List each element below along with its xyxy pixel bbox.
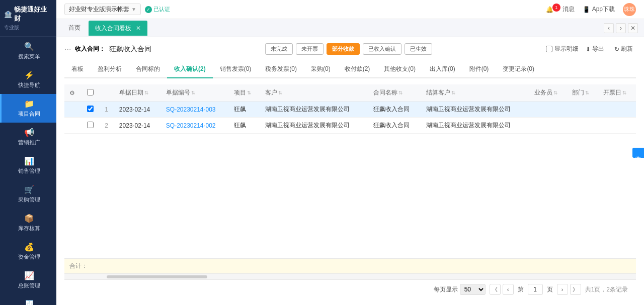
refresh-btn[interactable]: ↻ 刷新 [611,44,636,54]
sub-tab-盈利分析[interactable]: 盈利分析 [91,61,129,78]
pagination: 每页显示 50 10 20 100 《 ‹ 第 页 › 》 共1页，2条记录 [64,279,636,299]
first-page-btn[interactable]: 《 [490,284,501,295]
nav-close-btn[interactable]: ✕ [628,23,638,33]
cell-checkbox-0[interactable] [82,101,99,118]
sidebar-item-发票管理[interactable]: 🧾 发票管理 [0,294,56,305]
sub-tab-合同标的[interactable]: 合同标的 [129,61,167,78]
notification-btn[interactable]: 🔔 1 消息 [546,5,575,14]
user-avatar-area[interactable]: 珠珠 [623,3,636,16]
sidebar-item-资金管理[interactable]: 💰 资金管理 [0,237,56,266]
contract-header: ··· 收入合同： 狂飙收入合同 未完成 未开票 部分收款 已收入确认 已生效 … [64,43,636,55]
phone-icon: 📱 [583,6,590,13]
cell-salesperson-0 [529,101,567,118]
logo-icon: 🏦 [4,11,12,18]
sort-salesperson-icon[interactable]: ⇅ [553,90,557,95]
sidebar-item-总账管理[interactable]: 📈 总账管理 [0,266,56,294]
sub-tab-出入库[interactable]: 出入库(0) [423,61,462,78]
page-size-control: 每页显示 50 10 20 100 [434,284,486,295]
sort-department-icon[interactable]: ⇅ [585,90,589,95]
status-btn-no-invoice[interactable]: 未开票 [296,43,324,55]
contract-title-value: 狂飙收入合同 [109,45,151,54]
th-contract-name[interactable]: 合同名称⇅ [368,84,421,101]
th-department[interactable]: 部门⇅ [567,84,598,101]
show-detail-checkbox[interactable] [546,46,552,52]
nav-prev-btn[interactable]: ‹ [604,23,614,33]
th-customer[interactable]: 客户⇅ [260,84,368,101]
sidebar-item-销售管理[interactable]: 📊 销售管理 [0,151,56,180]
row-checkbox-0[interactable] [87,106,94,112]
table-container[interactable]: ⚙ 单据日期⇅ 单据编号⇅ 项目⇅ 客户⇅ 合同名称⇅ 结算客户⇅ 业务员⇅ 部… [64,84,636,258]
status-btn-effective[interactable]: 已生效 [405,43,432,55]
th-number[interactable]: 单据编号⇅ [161,84,229,101]
th-end-customer[interactable]: 结算客户⇅ [421,84,529,101]
link-number-0[interactable]: SQ-20230214-003 [166,106,216,113]
scrollbar-thumb[interactable] [107,275,207,278]
sub-tab-变更记录[interactable]: 变更记录(0) [496,61,541,78]
next-page-btn[interactable]: › [557,284,568,295]
export-label: 导出 [592,45,604,53]
cell-contract-name-1: 狂飙收入合同 [368,118,421,134]
prev-page-btn[interactable]: ‹ [503,284,514,295]
company-selector[interactable]: 好业财专业版演示帐套 ▼ [64,4,141,15]
status-btn-incomplete[interactable]: 未完成 [265,43,293,55]
nav-label-8: 总账管理 [18,282,40,289]
sort-customer-icon[interactable]: ⇅ [278,90,282,95]
topbar-right: 🔔 1 消息 📱 App下载 珠珠 [546,3,636,16]
th-salesperson[interactable]: 业务员⇅ [529,84,567,101]
cell-checkbox-1[interactable] [82,118,99,134]
status-btn-partial[interactable]: 部分收款 [327,43,360,55]
nav-icon-5: 🛒 [24,185,34,194]
tab-contract-board[interactable]: 收入合同看板 ✕ [89,21,147,36]
link-number-1[interactable]: SQ-20230214-002 [166,122,216,129]
sidebar-item-库存核算[interactable]: 📦 库存核算 [0,209,56,237]
sort-contract-icon[interactable]: ⇅ [398,90,403,95]
sort-number-icon[interactable]: ⇅ [191,90,195,95]
sidebar-item-营销推广[interactable]: 📢 营销推广 [0,123,56,151]
sidebar-item-采购管理[interactable]: 🛒 采购管理 [0,180,56,209]
cell-salesperson-1 [529,118,567,134]
page-input[interactable] [528,284,543,295]
cell-customer-1: 湖南卫视商业运营发展有限公司 [260,118,368,134]
export-btn[interactable]: ⬇ 导出 [583,44,607,54]
per-page-select[interactable]: 50 10 20 100 [460,284,486,295]
sort-date-icon[interactable]: ⇅ [144,90,148,95]
select-all-checkbox[interactable] [87,89,94,95]
content-area: ··· 收入合同： 狂飙收入合同 未完成 未开票 部分收款 已收入确认 已生效 … [56,37,644,305]
app-download-btn[interactable]: 📱 App下载 [583,5,615,14]
nav-label-6: 库存核算 [18,225,40,232]
tab-home[interactable]: 首页 [62,21,87,35]
sub-tab-收付款[interactable]: 收付款(2) [338,61,377,78]
sub-tab-销售发票[interactable]: 销售发票(0) [213,61,259,78]
th-project[interactable]: 项目⇅ [229,84,260,101]
sub-tab-看板[interactable]: 看板 [64,61,91,78]
row-checkbox-1[interactable] [87,122,94,128]
sub-tab-其他收支[interactable]: 其他收支(0) [377,61,423,78]
sub-tab-收入确认[interactable]: 收入确认(2) [167,61,213,78]
th-checkbox[interactable] [82,84,99,101]
sort-project-icon[interactable]: ⇅ [247,90,251,95]
close-tab-icon[interactable]: ✕ [136,25,141,32]
th-open-date[interactable]: 开票日⇅ [598,84,636,101]
sidebar-item-搜索菜单[interactable]: 🔍 搜索菜单 [0,37,56,65]
table-row[interactable]: 2 2023-02-14 SQ-20230214-002 狂飙 湖南卫视商业运营… [64,118,636,134]
right-panel-icon[interactable]: 收入确认 [632,148,644,158]
last-page-btn[interactable]: 》 [570,284,581,295]
th-settings[interactable]: ⚙ [64,84,82,101]
show-detail-label: 显示明细 [554,45,579,53]
sidebar-item-快捷导航[interactable]: ⚡ 快捷导航 [0,65,56,94]
settings-icon: ⚙ [69,89,75,96]
th-date[interactable]: 单据日期⇅ [114,84,161,101]
sub-tab-采购[interactable]: 采购(0) [304,61,338,78]
table-row[interactable]: 1 2023-02-14 SQ-20230214-003 狂飙 湖南卫视商业运营… [64,101,636,118]
nav-next-btn[interactable]: › [616,23,626,33]
sort-opendate-icon[interactable]: ⇅ [622,90,626,95]
show-detail-checkbox-area[interactable]: 显示明细 [546,45,579,53]
sidebar-item-项目合同[interactable]: 📁 项目合同 [0,94,56,123]
more-options-btn[interactable]: ··· [64,45,71,54]
cell-department-1 [567,118,598,134]
sort-endcustomer-icon[interactable]: ⇅ [451,90,455,95]
scrollbar-wrapper[interactable] [64,273,636,279]
status-btn-confirmed[interactable]: 已收入确认 [363,43,401,55]
sub-tab-税务发票[interactable]: 税务发票(0) [258,61,304,78]
sub-tab-附件[interactable]: 附件(0) [462,61,496,78]
